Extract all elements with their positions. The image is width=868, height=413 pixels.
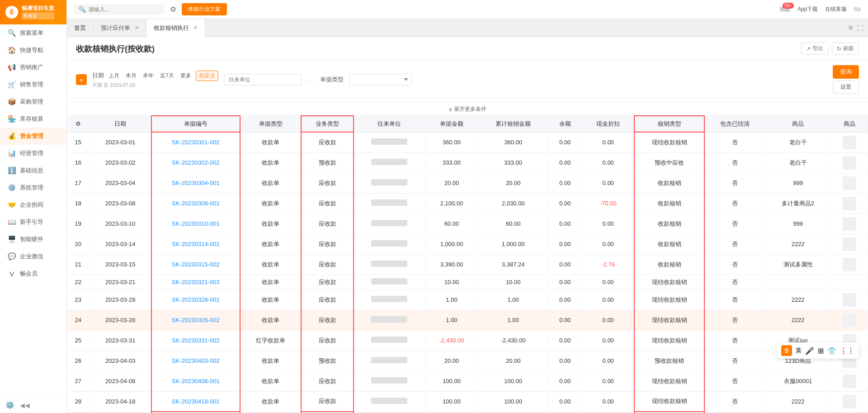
sidebar-item-hardware[interactable]: 🖥️ 智能硬件: [0, 231, 66, 248]
bill-no-link[interactable]: SK-20230321-003: [172, 279, 220, 285]
date-more[interactable]: 更多: [179, 71, 193, 81]
bill-no-link[interactable]: SK-20230331-002: [172, 337, 220, 344]
sidebar-item-finance[interactable]: 💰 资金管理: [0, 128, 66, 145]
bill-no-link[interactable]: SK-20230418-001: [172, 398, 220, 405]
sidebar-item-guide[interactable]: 📖 新手引导: [0, 214, 66, 231]
col-bill-no[interactable]: 单据编号: [151, 116, 240, 132]
sidebar-item-purchase[interactable]: 📦 采购管理: [0, 93, 66, 110]
app-download-link[interactable]: App下载: [797, 5, 818, 13]
bill-no-link[interactable]: SK-20230301-002: [172, 139, 220, 146]
collapse-icon[interactable]: ◀◀: [20, 402, 30, 409]
cell-biz-type: 应收款: [301, 132, 354, 152]
bill-no-link[interactable]: SK-20230328-001: [172, 296, 220, 303]
s-badge-shirt[interactable]: 👕: [827, 347, 836, 355]
col-verify-type[interactable]: 核销类型: [634, 116, 704, 132]
col-date[interactable]: 日期: [90, 116, 151, 132]
bill-no-link[interactable]: SK-20230310-001: [172, 220, 220, 227]
cell-cash-discount: 0.00: [582, 132, 634, 152]
col-verified-amount[interactable]: 累计核销金额: [479, 116, 548, 132]
solution-button[interactable]: 体验行业方案: [182, 3, 227, 15]
cell-no: 15: [67, 132, 90, 152]
sidebar-item-wechat[interactable]: 💬 企业微信: [0, 248, 66, 265]
tab-collection-verify[interactable]: 收款核销执行 ✕: [146, 19, 205, 37]
col-gear[interactable]: ⚙: [67, 116, 90, 132]
date-this-month[interactable]: 本月: [124, 71, 138, 81]
col-amount[interactable]: 单据金额: [425, 116, 478, 132]
cell-no: 21: [67, 254, 90, 275]
sidebar-item-cooperation[interactable]: 🤝 企业协同: [0, 196, 66, 214]
table-row: 15 2023-03-01 SK-20230301-002 收款单 应收款 36…: [67, 132, 868, 152]
tab-pending-payment[interactable]: 预计应付单 ✕: [94, 19, 146, 37]
refresh-button[interactable]: ↻ 刷新: [832, 43, 859, 55]
col-goods[interactable]: 商品: [765, 116, 831, 132]
settings-icon[interactable]: ⚙️: [5, 401, 14, 409]
cell-partner: [354, 351, 425, 371]
online-service-link[interactable]: 在线客服: [825, 5, 847, 13]
bill-type-select[interactable]: [349, 74, 412, 85]
cell-goods-img: [831, 391, 868, 412]
bill-no-link[interactable]: SK-20230328-002: [172, 317, 220, 323]
sidebar-item-system[interactable]: ⚙️ 系统管理: [0, 179, 66, 196]
sidebar-item-basic-info[interactable]: ℹ️ 基础信息: [0, 162, 66, 179]
tab-collection-verify-close[interactable]: ✕: [193, 25, 198, 31]
sidebar-item-sales[interactable]: 🛒 销售管理: [0, 76, 66, 93]
expand-conditions[interactable]: ∨ 展开更多条件: [67, 102, 868, 113]
close-all-icon[interactable]: ✕: [848, 24, 854, 32]
bill-no-link[interactable]: SK-20230314-001: [172, 241, 220, 247]
cell-bill-type: 收款单: [240, 391, 301, 412]
bill-no-link[interactable]: SK-20230302-002: [172, 159, 220, 166]
cell-amount: 2,100.00: [425, 193, 478, 214]
col-include-cleared[interactable]: 包含已结清: [704, 116, 765, 132]
date-this-year[interactable]: 本年: [141, 71, 156, 81]
col-goods-img[interactable]: 商品: [831, 116, 868, 132]
cell-biz-type: 预收款: [301, 351, 354, 371]
gear-icon[interactable]: ⚙: [170, 5, 176, 14]
notification-button[interactable]: 消息 99+: [779, 5, 790, 13]
date-7days[interactable]: 近7天: [158, 71, 176, 81]
col-partner[interactable]: 往来单位: [354, 116, 425, 132]
cell-date: 2023-03-10: [90, 214, 151, 234]
query-button[interactable]: 查询: [833, 65, 859, 79]
col-cash-discount[interactable]: 现金折扣: [582, 116, 634, 132]
tab-collection-verify-label: 收款核销执行: [154, 24, 189, 32]
bill-no-link[interactable]: SK-20230304-001: [172, 180, 220, 186]
cell-verified-amount: 100.00: [479, 391, 548, 412]
partner-input[interactable]: [224, 74, 302, 85]
s-badge-mic[interactable]: 🎤: [805, 347, 814, 355]
maximize-icon[interactable]: ⛶: [857, 24, 863, 32]
more-options[interactable]: ...: [307, 76, 315, 83]
s-badge-grid[interactable]: ⊞: [818, 347, 824, 355]
col-bill-type[interactable]: 单据类型: [240, 116, 301, 132]
search-input[interactable]: [89, 6, 143, 13]
s-badge-apps[interactable]: ⋮⋮: [840, 347, 854, 355]
bill-no-link[interactable]: SK-20230408-001: [172, 378, 220, 385]
filter-toggle-button[interactable]: »: [76, 74, 87, 85]
cell-verify-type: 现结收款核销: [634, 275, 704, 290]
tab-pending-payment-close[interactable]: ✕: [135, 25, 139, 31]
page-title: 收款核销执行(按收款): [76, 43, 155, 54]
sidebar-item-inventory[interactable]: 🏪 库存核算: [0, 110, 66, 128]
cell-biz-type: 应收款: [301, 275, 354, 290]
date-custom[interactable]: 自定义: [196, 71, 218, 81]
cell-bill-type: 收款单: [240, 275, 301, 290]
bill-no-link[interactable]: SK-20230308-001: [172, 200, 220, 207]
search-box[interactable]: 🔍: [74, 4, 165, 14]
sidebar-item-member[interactable]: V 畅会员: [0, 265, 66, 282]
bill-no-link[interactable]: SK-20230403-002: [172, 357, 220, 364]
cell-no: 26: [67, 351, 90, 371]
sidebar-item-search[interactable]: 🔍 搜索菜单: [0, 24, 66, 42]
bill-no-link[interactable]: SK-20230315-002: [172, 261, 220, 268]
col-balance[interactable]: 余额: [548, 116, 582, 132]
date-last-month[interactable]: 上月: [107, 71, 121, 81]
sidebar-item-marketing[interactable]: 📢 营销推广: [0, 59, 66, 76]
cell-date: 2023-03-31: [90, 330, 151, 351]
sidebar-item-operations[interactable]: 📊 经营管理: [0, 145, 66, 162]
cell-bill-type: 收款单: [240, 351, 301, 371]
filter-settings-button[interactable]: 设置: [833, 81, 859, 94]
col-biz-type[interactable]: 业务类型: [301, 116, 354, 132]
tab-home[interactable]: 首页: [67, 19, 94, 37]
export-button[interactable]: ↗ 导出: [801, 43, 828, 55]
sidebar-item-quick-nav[interactable]: 🏠 快捷导航: [0, 42, 66, 59]
cell-partner: [354, 391, 425, 412]
cell-include-cleared: 否: [704, 132, 765, 152]
